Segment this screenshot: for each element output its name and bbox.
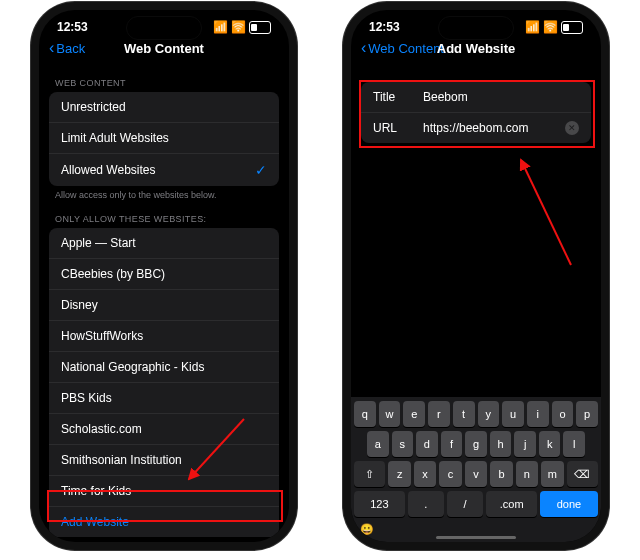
list-item[interactable]: Disney [49, 289, 279, 320]
option-limit-adult[interactable]: Limit Adult Websites [49, 122, 279, 153]
key-p[interactable]: p [576, 401, 598, 427]
filter-footer: Allow access only to the websites below. [39, 186, 289, 206]
key-⇧[interactable]: ⇧ [354, 461, 385, 487]
key-k[interactable]: k [539, 431, 561, 457]
keyboard[interactable]: qwertyuiop asdfghjkl ⇧zxcvbnm⌫ 123./.com… [351, 397, 601, 542]
key-n[interactable]: n [516, 461, 538, 487]
option-label: Allowed Websites [61, 163, 156, 177]
list-item[interactable]: Time for Kids [49, 475, 279, 506]
key-r[interactable]: r [428, 401, 450, 427]
checkmark-icon: ✓ [255, 162, 267, 178]
phone-add-website: 12:53 📶 🛜 ‹ Web Content Add Website Titl… [351, 10, 601, 542]
wifi-icon: 🛜 [543, 20, 558, 34]
status-time: 12:53 [57, 20, 88, 34]
back-button[interactable]: ‹ Web Content [361, 40, 444, 56]
url-input[interactable]: https://beebom.com [423, 121, 555, 135]
key-g[interactable]: g [465, 431, 487, 457]
sites-group: Apple — StartCBeebies (by BBC)DisneyHowS… [49, 228, 279, 537]
title-label: Title [373, 90, 413, 104]
signal-icon: 📶 [213, 20, 228, 34]
key-d[interactable]: d [416, 431, 438, 457]
key-i[interactable]: i [527, 401, 549, 427]
wifi-icon: 🛜 [231, 20, 246, 34]
key-.[interactable]: . [408, 491, 444, 517]
option-unrestricted[interactable]: Unrestricted [49, 92, 279, 122]
fields-group: Title Beebom URL https://beebom.com ✕ [361, 82, 591, 143]
key-h[interactable]: h [490, 431, 512, 457]
list-item[interactable]: CBeebies (by BBC) [49, 258, 279, 289]
list-item[interactable]: Apple — Start [49, 228, 279, 258]
status-right: 📶 🛜 [525, 20, 583, 34]
key-x[interactable]: x [414, 461, 436, 487]
phone-web-content: 12:53 📶 🛜 ‹ Back Web Content WEB CONTENT… [39, 10, 289, 542]
key-j[interactable]: j [514, 431, 536, 457]
key-z[interactable]: z [388, 461, 410, 487]
title-field-row[interactable]: Title Beebom [361, 82, 591, 112]
chevron-left-icon: ‹ [361, 40, 366, 56]
status-right: 📶 🛜 [213, 20, 271, 34]
notch [126, 16, 202, 40]
key-q[interactable]: q [354, 401, 376, 427]
section-header-web-content: WEB CONTENT [39, 70, 289, 92]
add-website-button[interactable]: Add Website [49, 506, 279, 537]
key-f[interactable]: f [441, 431, 463, 457]
signal-icon: 📶 [525, 20, 540, 34]
nav-bar: ‹ Web Content Add Website [351, 36, 601, 64]
option-label: Limit Adult Websites [61, 131, 169, 145]
clear-icon[interactable]: ✕ [565, 121, 579, 135]
url-label: URL [373, 121, 413, 135]
key-e[interactable]: e [403, 401, 425, 427]
list-item[interactable]: PBS Kids [49, 382, 279, 413]
key-a[interactable]: a [367, 431, 389, 457]
key-123[interactable]: 123 [354, 491, 405, 517]
key-/[interactable]: / [447, 491, 483, 517]
key-c[interactable]: c [439, 461, 461, 487]
filter-group: Unrestricted Limit Adult Websites Allowe… [49, 92, 279, 186]
option-allowed[interactable]: Allowed Websites ✓ [49, 153, 279, 186]
key-l[interactable]: l [563, 431, 585, 457]
back-button[interactable]: ‹ Back [49, 40, 85, 56]
key-o[interactable]: o [552, 401, 574, 427]
key-⌫[interactable]: ⌫ [567, 461, 598, 487]
title-input[interactable]: Beebom [423, 90, 579, 104]
list-item[interactable]: HowStuffWorks [49, 320, 279, 351]
url-field-row[interactable]: URL https://beebom.com ✕ [361, 112, 591, 143]
key-.com[interactable]: .com [486, 491, 537, 517]
notch [438, 16, 514, 40]
back-label: Web Content [368, 41, 444, 56]
nav-bar: ‹ Back Web Content [39, 36, 289, 64]
key-m[interactable]: m [541, 461, 563, 487]
battery-icon [249, 21, 271, 34]
status-time: 12:53 [369, 20, 400, 34]
key-done[interactable]: done [540, 491, 598, 517]
chevron-left-icon: ‹ [49, 40, 54, 56]
key-v[interactable]: v [465, 461, 487, 487]
list-item[interactable]: Smithsonian Institution [49, 444, 279, 475]
key-u[interactable]: u [502, 401, 524, 427]
emoji-key[interactable]: 😀 [360, 523, 374, 536]
back-label: Back [56, 41, 85, 56]
key-w[interactable]: w [379, 401, 401, 427]
battery-icon [561, 21, 583, 34]
home-indicator[interactable] [436, 536, 516, 539]
section-header-allow: ONLY ALLOW THESE WEBSITES: [39, 206, 289, 228]
key-s[interactable]: s [392, 431, 414, 457]
option-label: Unrestricted [61, 100, 126, 114]
list-item[interactable]: Scholastic.com [49, 413, 279, 444]
key-b[interactable]: b [490, 461, 512, 487]
list-item[interactable]: National Geographic - Kids [49, 351, 279, 382]
content-scroll[interactable]: WEB CONTENT Unrestricted Limit Adult Web… [39, 70, 289, 542]
key-y[interactable]: y [478, 401, 500, 427]
key-t[interactable]: t [453, 401, 475, 427]
